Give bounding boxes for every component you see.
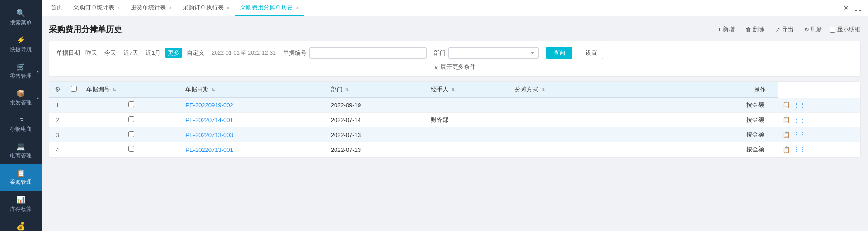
row-edit-icon[interactable]: 📋 [783,101,790,108]
tab-purchase-order-stats[interactable]: 采购订单统计表× [68,0,125,16]
row-actions-cell: 📋 ⋮⋮ [778,98,860,113]
refresh-button[interactable]: ↻ 刷新 [801,24,826,35]
settings-button[interactable]: 设置 [580,47,603,59]
tab-close-purchase-order-exec[interactable]: × [226,5,229,10]
row-docnum-cell: PE-20220919-002 [181,98,326,113]
tab-bar: 首页采购订单统计表×进货单统计表×采购订单执行表×采购费用分摊单历史× ✕ ⛶ [42,0,868,16]
sidebar-item-quick-nav[interactable]: ⚡快捷导航 [0,31,42,58]
date-range-display: 2022-01-01 至 2022-12-31 [212,49,275,57]
docnum-label: 单据编号 [283,49,307,57]
tab-purchase-cost-history[interactable]: 采购费用分摊单历史× [235,0,304,16]
row-action-icons: 📋 ⋮⋮ [783,116,856,123]
th-doc-date[interactable]: 单据日期 ⇅ [181,82,326,98]
sidebar-item-retail-mgmt[interactable]: 🛒零售管理 [0,58,42,85]
date-custom-btn[interactable]: 自定义 [184,48,207,58]
date-yesterday-btn[interactable]: 昨天 [83,48,100,58]
date-label: 单据日期 [57,49,80,57]
header-actions: + 新增 🗑 删除 ↗ 导出 ↻ 刷新 显示明细 [714,24,861,35]
query-button[interactable]: 查询 [546,47,572,59]
sidebar-item-wholesale-mgmt[interactable]: 📦批发管理 [0,85,42,111]
row-actions-cell: 📋 ⋮⋮ [778,142,860,157]
row-docnum-link[interactable]: PE-20220713-001 [185,146,233,153]
row-checkbox[interactable] [128,101,134,107]
row-actions-cell: 📋 ⋮⋮ [778,113,860,127]
tab-label: 采购订单统计表 [73,4,114,12]
row-checkbox[interactable] [128,116,134,122]
sidebar-item-mini-ecom[interactable]: 🛍小畅电商 [0,111,42,137]
main-content: 首页采购订单统计表×进货单统计表×采购订单执行表×采购费用分摊单历史× ✕ ⛶ … [42,0,868,231]
th-doc-num[interactable]: 单据编号 ⇅ [82,82,181,98]
select-all-checkbox[interactable] [71,86,77,92]
row-dept-cell: 财务部 [426,113,510,127]
row-checkbox-cell [82,142,181,157]
row-more-icon[interactable]: ⋮⋮ [793,146,806,153]
row-handler-cell [510,113,742,127]
sort-icon-doc-num: ⇅ [113,87,116,92]
row-docnum-link[interactable]: PE-20220714-001 [185,117,233,123]
row-edit-icon[interactable]: 📋 [783,146,790,153]
th-split-method[interactable]: 分摊方式 ⇅ [510,82,742,98]
close-window-btn[interactable]: ✕ [840,0,852,16]
row-docnum-cell: PE-20220713-001 [181,142,326,157]
tab-goods-receipt-stats[interactable]: 进货单统计表× [125,0,177,16]
tab-close-purchase-order-stats[interactable]: × [117,5,120,10]
mini-ecom-icon: 🛍 [2,116,40,124]
tab-close-purchase-cost-history[interactable]: × [296,5,298,10]
sort-icon-split: ⇅ [541,87,545,92]
sort-icon-dept: ⇅ [345,87,349,92]
sidebar-item-search-menu[interactable]: 🔍搜索菜单 [0,5,42,31]
maximize-btn[interactable]: ⛶ [852,0,864,16]
tab-purchase-order-exec[interactable]: 采购订单执行表× [177,0,235,16]
row-more-icon[interactable]: ⋮⋮ [793,101,806,108]
row-actions-cell: 📋 ⋮⋮ [778,127,860,142]
row-checkbox[interactable] [128,146,134,152]
dept-select[interactable]: 财务部 [448,47,539,59]
row-split-method-cell: 按金额 [742,98,778,113]
row-docnum-link[interactable]: PE-20220919-002 [185,102,233,108]
tab-close-goods-receipt-stats[interactable]: × [169,5,171,10]
tab-label: 进货单统计表 [131,4,166,12]
show-detail-checkbox[interactable] [830,27,835,33]
row-settings-cell [66,127,82,142]
date-filter: 单据日期 昨天 今天 近7天 近1月 更多 自定义 2022-01-01 至 2… [57,48,276,58]
delete-button[interactable]: 🗑 删除 [742,24,768,35]
date-7days-btn[interactable]: 近7天 [121,48,141,58]
th-doc-date-label: 单据日期 [185,86,209,93]
row-handler-cell [510,127,742,142]
data-table-container: ⚙ 单据编号 ⇅ 单据日期 ⇅ [49,81,861,158]
quick-nav-icon: ⚡ [2,36,40,44]
row-dept-cell [426,142,510,157]
th-dept[interactable]: 部门 ⇅ [326,82,426,98]
docnum-input[interactable] [309,47,427,59]
row-handler-cell [510,142,742,157]
tab-home[interactable]: 首页 [45,0,68,16]
export-button[interactable]: ↗ 导出 [772,24,797,35]
date-more-btn[interactable]: 更多 [165,48,182,58]
data-table: ⚙ 单据编号 ⇅ 单据日期 ⇅ [49,82,860,157]
row-num: 4 [49,142,66,157]
expand-more-btn[interactable]: ∨ 展开更多条件 [434,63,476,71]
row-edit-icon[interactable]: 📋 [783,131,790,138]
row-more-icon[interactable]: ⋮⋮ [793,131,806,138]
table-header-row: ⚙ 单据编号 ⇅ 单据日期 ⇅ [49,82,860,98]
add-button[interactable]: + 新增 [714,24,738,35]
row-more-icon[interactable]: ⋮⋮ [793,116,806,123]
date-1month-btn[interactable]: 近1月 [143,48,163,58]
row-docnum-link[interactable]: PE-20220713-003 [185,132,233,138]
sidebar-item-purchase-mgmt[interactable]: 📋采购管理 [0,164,42,191]
row-num: 2 [49,113,66,127]
sidebar-item-ecom-mgmt[interactable]: 💻电商管理 [0,137,42,164]
row-settings-cell [66,98,82,113]
sidebar-item-inventory[interactable]: 📊库存核算 [0,191,42,217]
settings-icon[interactable]: ⚙ [55,85,61,93]
th-settings[interactable]: ⚙ [49,82,66,98]
row-edit-icon[interactable]: 📋 [783,116,790,123]
table-row: 3 PE-20220713-003 2022-07-13 按金额 📋 ⋮⋮ [49,127,860,142]
row-checkbox[interactable] [128,131,134,137]
date-today-btn[interactable]: 今天 [102,48,119,58]
ecom-mgmt-icon: 💻 [2,142,40,151]
show-detail-checkbox-label[interactable]: 显示明细 [830,25,861,33]
th-handler[interactable]: 经手人 ⇅ [426,82,510,98]
row-split-method-cell: 按金额 [742,113,778,127]
sidebar-item-finance-mgmt[interactable]: 💰资金管理 [0,217,42,231]
